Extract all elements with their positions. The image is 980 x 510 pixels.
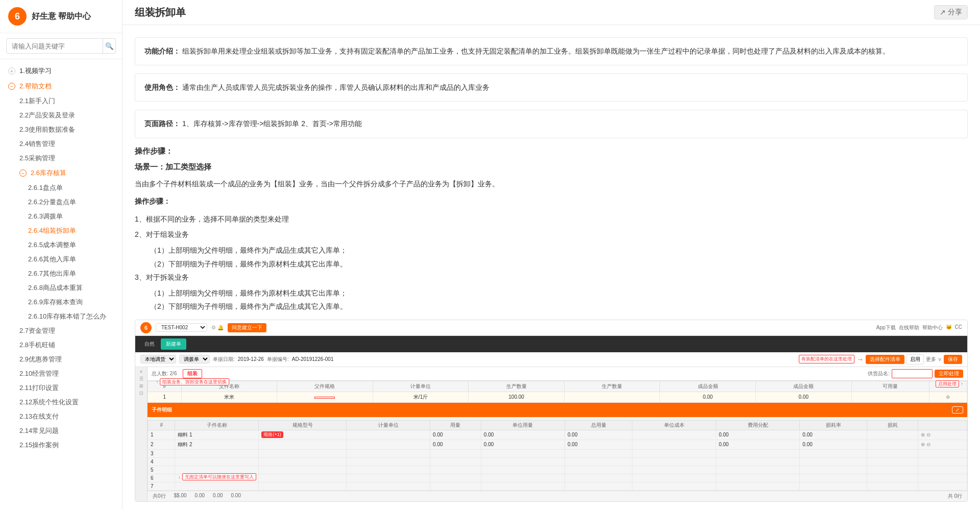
- main-content: 功能介绍： 组装拆卸单用来处理企业组装或拆卸等加工业务，支持有固定装配清单的产品…: [122, 25, 980, 510]
- ann4-label: 无固定清单可以随便在这里重写入: [182, 473, 256, 480]
- th-prod-qty2: 生产数量: [564, 381, 660, 392]
- app-sub-table-wrapper: # 子件名称 规格型号 计量单位 用量 单位用量 总用量 单位成本 费用分配: [148, 420, 967, 491]
- search-button[interactable]: 🔍: [103, 38, 116, 54]
- app-simulation: 6 TEST-H002 ⚙ 🔔 同意建立一下 App下载 在线帮助 帮助中心 🐱…: [135, 320, 967, 501]
- footer-spacer: [249, 493, 940, 500]
- ann1-arrow: →: [856, 355, 864, 363]
- app-type-toggle[interactable]: 组装: [183, 369, 202, 378]
- app-side-icon-4: ⊡: [139, 391, 143, 396]
- sidebar-item-newbie[interactable]: 2.1新手入门: [0, 94, 122, 108]
- tb-orderno-value: AD-20191226-001: [292, 356, 334, 362]
- app-confirm-btn[interactable]: 立即处理: [935, 370, 963, 378]
- app-side-icon-1: ≡: [140, 369, 142, 374]
- sidebar-item-data[interactable]: 2.3使用前数据准备: [0, 123, 122, 137]
- app-action-btn[interactable]: 启用: [906, 354, 924, 365]
- sidebar-item-label: 1.视频学习: [19, 66, 52, 76]
- sidebar: 6 好生意 帮助中心 🔍 + 1.视频学习 − 2.帮助文档 2.1新手入门 2…: [0, 0, 122, 510]
- sidebar-item-operation[interactable]: 2.10经营管理: [0, 367, 122, 381]
- ann4-arrow: ↓: [178, 474, 181, 479]
- app-nav-new[interactable]: 新建单: [161, 338, 186, 350]
- td-avail: [851, 392, 929, 402]
- sidebar-item-cases[interactable]: 2.15操作案例: [0, 438, 122, 452]
- footer-val2: 0.00: [195, 493, 205, 500]
- sub-table-row: 3: [148, 449, 967, 457]
- main-panel: 组装拆卸单 ↗ 分享 功能介绍： 组装拆卸单用来处理企业组装或拆卸等加工业务，支…: [122, 0, 980, 510]
- sidebar-item-2-6-4[interactable]: 2.6.4组装拆卸单: [0, 224, 122, 238]
- app-doc-select[interactable]: 调拨单: [179, 355, 210, 363]
- share-icon: ↗: [940, 8, 946, 16]
- ann3-area: 供货品名: 立即处理 启用处理 ↑: [868, 369, 963, 378]
- sidebar-item-coupon[interactable]: 2.9优惠券管理: [0, 352, 122, 367]
- app-icon-user: 🐱: [946, 324, 952, 331]
- sidebar-item-2-6-7[interactable]: 2.6.7其他出库单: [0, 266, 122, 281]
- screenshot-container: 6 TEST-H002 ⚙ 🔔 同意建立一下 App下载 在线帮助 帮助中心 🐱…: [135, 320, 968, 502]
- sidebar-item-onlinepay[interactable]: 2.13在线支付: [0, 409, 122, 424]
- intro-label: 功能介绍：: [144, 47, 180, 55]
- sidebar-item-2-6-6[interactable]: 2.6.6其他入库单: [0, 252, 122, 266]
- sub-row-action[interactable]: ⊕ ⊖: [921, 442, 930, 447]
- sidebar-item-2-6-8[interactable]: 2.6.8商品成本重算: [0, 281, 122, 295]
- sidebar-item-sales[interactable]: 2.4销售管理: [0, 137, 122, 151]
- role-block: 使用角色： 通常由生产人员或库管人员完成拆装业务的操作，库管人员确认原材料的出库…: [135, 74, 968, 102]
- table-row: 1 米米 米/1斤 100.00 0.00 0.00: [148, 392, 967, 402]
- sidebar-item-2-6-9[interactable]: 2.6.9库存账本查询: [0, 295, 122, 309]
- role-text: 通常由生产人员或库管人员完成拆装业务的操作，库管人员确认原材料的出库和产成品的入…: [182, 83, 489, 91]
- app-expand-btn[interactable]: ⤢: [952, 406, 963, 414]
- row-action-icon[interactable]: ⊕: [946, 394, 950, 400]
- td-amt1: 0.00: [660, 392, 756, 402]
- sidebar-item-docs[interactable]: − 2.帮助文档: [0, 79, 122, 94]
- sidebar-item-inventory[interactable]: − 2.6库存核算: [0, 165, 122, 181]
- sth-total-qty: 总用量: [565, 420, 632, 430]
- sub-row-action[interactable]: ⊕ ⊖: [921, 432, 930, 438]
- sidebar-item-purchase[interactable]: 2.5采购管理: [0, 151, 122, 165]
- sidebar-item-customize[interactable]: 2.12系统个性化设置: [0, 395, 122, 409]
- app-toolbar: 本地调货 调拨单 单据日期: 2019-12-26 单据编号: AD-20191…: [135, 352, 967, 367]
- step-1: 1、根据不同的业务，选择不同单据的类型来处理: [135, 212, 968, 226]
- config-area: 有装配清单的在这里处理 → 选择配件清单 启用 更多 ∨ 保存: [799, 354, 962, 365]
- app-new-btn[interactable]: 同意建立一下: [228, 323, 266, 332]
- share-button[interactable]: ↗ 分享: [934, 5, 968, 19]
- scenario1-desc: 当由多个子件材料组装成一个成品的业务为【组装】业务，当由一个父件拆分成多个子产品…: [135, 177, 968, 191]
- sidebar-item-install[interactable]: 2.2产品安装及登录: [0, 108, 122, 123]
- search-container: 🔍: [0, 33, 122, 59]
- app-nav-home[interactable]: 自然: [139, 338, 160, 350]
- sth-alloc: 费用分配: [716, 420, 800, 430]
- ann3-container: 启用处理 ↑: [936, 380, 963, 387]
- sidebar-item-mobile[interactable]: 2.8手机旺铺: [0, 338, 122, 352]
- app-enable-label: 供货品名:: [868, 370, 890, 377]
- sidebar-item-2-6-3[interactable]: 2.6.3调拨单: [0, 209, 122, 224]
- sidebar-item-2-6-5[interactable]: 2.6.5成本调整单: [0, 238, 122, 252]
- sidebar-item-2-6-10[interactable]: 2.6.10库存账本错了怎么办: [0, 309, 122, 324]
- app-config-btn[interactable]: 选择配件清单: [866, 355, 904, 364]
- footer-val3: 0.00: [213, 493, 223, 500]
- sub-table-row: 5: [148, 466, 967, 474]
- sidebar-item-finance[interactable]: 2.7资金管理: [0, 324, 122, 338]
- app-section-divider: 子件明细 ⤢: [148, 403, 967, 417]
- td-no: 1: [148, 392, 182, 402]
- app-icon-center: 帮助中心: [922, 324, 943, 331]
- sidebar-item-print[interactable]: 2.11打印设置: [0, 381, 122, 395]
- td-spec-input[interactable]: [314, 397, 335, 399]
- app-side-icons: ≡ ☰ ⊞ ⊡: [135, 367, 148, 501]
- sidebar-item-video[interactable]: + 1.视频学习: [0, 63, 122, 79]
- app-type-select[interactable]: 本地调货: [140, 355, 176, 363]
- app-nav: 自然 新建单: [135, 336, 967, 352]
- sth-unit-cost: 单位成本: [632, 420, 716, 430]
- th-prod-amt: 成品金额: [660, 381, 756, 392]
- app-org-select[interactable]: TEST-H002: [156, 323, 207, 332]
- app-topbar: 6 TEST-H002 ⚙ 🔔 同意建立一下 App下载 在线帮助 帮助中心 🐱…: [135, 320, 967, 336]
- table-header-row: # 父件名称 父件规格 计量单位 生产数量 生产数量 成品金额 成品金额 可用量: [148, 381, 967, 392]
- sidebar-item-2-6-1[interactable]: 2.6.1盘点单: [0, 181, 122, 195]
- sidebar-item-2-6-2[interactable]: 2.6.2分量盘点单: [0, 195, 122, 209]
- app-save-btn[interactable]: 保存: [944, 355, 962, 364]
- app-logo-icon: 6: [140, 322, 152, 333]
- search-input[interactable]: [6, 38, 103, 54]
- path-text: 1、库存核算->库存管理->组装拆卸单 2、首页->常用功能: [182, 119, 362, 128]
- sth-qty: 用量: [430, 420, 481, 430]
- app-body: ≡ ☰ ⊞ ⊡ 总人数: 2/6 组装: [135, 367, 967, 501]
- app-enable-input[interactable]: [892, 369, 933, 378]
- ann2-container: ↑ 组装业务、拆卸业务在这里切换: [156, 378, 230, 385]
- sidebar-item-faq[interactable]: 2.14常见问题: [0, 424, 122, 438]
- footer-rows: 共0行: [153, 493, 166, 500]
- app-footer: 共0行 $$.00 0.00 0.00 0.00 共 0行: [148, 491, 967, 501]
